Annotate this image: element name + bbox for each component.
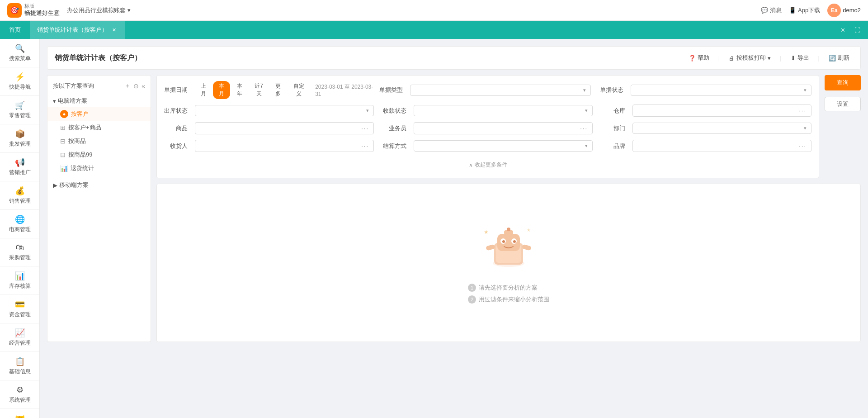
scheme-settings-button[interactable]: ⊙ [133, 82, 139, 90]
date-tab-last-7[interactable]: 近7天 [249, 81, 269, 99]
scheme-collapse-button[interactable]: « [142, 82, 145, 90]
main-layout: 🔍 搜索菜单 ⚡ 快捷导航 🛒 零售管理 📦 批发管理 📢 营销推广 💰 销售管… [0, 39, 868, 418]
brand-select[interactable]: ··· [632, 140, 811, 152]
sidebar-item-sales[interactable]: 💰 销售管理 [0, 181, 39, 210]
sidebar-item-inventory[interactable]: 📊 库存核算 [0, 266, 39, 295]
sidebar-item-operations[interactable]: 📈 经营管理 [0, 323, 39, 352]
sidebar-item-finance[interactable]: 💳 资金管理 [0, 295, 39, 323]
product-control: ··· [195, 122, 374, 134]
receiver-dots: ··· [361, 142, 369, 149]
payment-method-select[interactable]: ▾ [414, 140, 593, 152]
refresh-button[interactable]: 🔄 刷新 [825, 52, 853, 64]
scheme-group-mobile-title[interactable]: ▶ 移动端方案 [47, 179, 151, 191]
sidebar-item-search[interactable]: 🔍 搜索菜单 [0, 39, 39, 67]
scheme-add-button[interactable]: ＋ [124, 82, 131, 90]
date-tab-custom[interactable]: 自定义 [288, 81, 310, 99]
sidebar-item-system[interactable]: ⚙ 系统管理 [0, 380, 39, 409]
export-label: 导出 [797, 54, 809, 62]
by-customer-label: 按客户 [71, 110, 89, 118]
scheme-group-desktop-title[interactable]: ▾ 电脑端方案 [47, 95, 151, 107]
department-select[interactable]: ▾ [632, 123, 811, 134]
template-print-button[interactable]: 🖨 按模板打印 ▾ [725, 52, 774, 64]
export-button[interactable]: ⬇ 导出 [787, 52, 813, 64]
warehouse-label: 仓库 [602, 107, 629, 115]
date-tab-this-year[interactable]: 本年 [231, 81, 248, 99]
order-type-select[interactable]: ▾ [410, 85, 591, 96]
by-product-label: 按商品 [68, 137, 86, 145]
sidebar-ecommerce-label: 电商管理 [9, 226, 31, 233]
sidebar-item-wholesale[interactable]: 📦 批发管理 [0, 124, 39, 153]
sidebar-marketing-label: 营销推广 [9, 169, 31, 176]
sidebar-quick-nav-label: 快捷导航 [9, 83, 31, 91]
sidebar-item-cooperation[interactable]: 🤝 企业协同 [0, 409, 39, 418]
sidebar-item-basics[interactable]: 📋 基础信息 [0, 352, 39, 380]
operations-icon: 📈 [15, 328, 25, 338]
warehouse-select[interactable]: ··· [632, 104, 811, 117]
app-subtitle: 标版 [24, 3, 60, 9]
sidebar-item-marketing[interactable]: 📢 营销推广 [0, 153, 39, 181]
scheme-item-by-product-99[interactable]: ⊟ 按商品99 [47, 148, 151, 162]
ecommerce-icon: 🌐 [15, 214, 25, 224]
out-status-arrow: ▾ [366, 108, 369, 114]
out-status-select[interactable]: ▾ [195, 105, 374, 116]
sidebar-basics-label: 基础信息 [9, 368, 31, 375]
logo-area: 🎯 标版 畅捷通好生意 [7, 3, 60, 18]
query-button[interactable]: 查询 [825, 75, 861, 90]
sidebar-item-quick-nav[interactable]: ⚡ 快捷导航 [0, 67, 39, 96]
sidebar-item-purchase[interactable]: 🛍 采购管理 [0, 238, 39, 266]
scheme-item-by-customer-product[interactable]: ⊞ 按客户+商品 [47, 121, 151, 134]
payment-status-select[interactable]: ▾ [414, 105, 593, 116]
tab-home[interactable]: 首页 [0, 21, 30, 39]
tab-close-all-button[interactable]: ✕ [837, 24, 848, 35]
receiver-select[interactable]: ··· [195, 140, 374, 152]
message-button[interactable]: 💬 消息 [761, 6, 782, 14]
empty-state: ★ ★ 1 请先选择要分析的方案 2 用过滤条件来缩小分析范围 [156, 184, 861, 342]
order-status-control: ▾ [631, 85, 811, 96]
sidebar-system-label: 系统管理 [9, 396, 31, 404]
group-mobile-label: 移动端方案 [59, 181, 89, 189]
refresh-label: 刷新 [838, 54, 849, 62]
scheme-item-return-stats[interactable]: 📊 退货统计 [47, 162, 151, 175]
svg-point-7 [513, 240, 516, 243]
filter-panel: 单据日期 上月 本月 本年 近7天 更多 自定义 [156, 75, 819, 178]
group-expand-icon: ▾ [53, 98, 56, 104]
sidebar-item-retail[interactable]: 🛒 零售管理 [0, 96, 39, 124]
tab-close-icon[interactable]: ✕ [110, 26, 118, 33]
svg-text:★: ★ [527, 228, 531, 233]
payment-status-label: 收款状态 [383, 107, 410, 115]
header-left: 🎯 标版 畅捷通好生意 办公用品行业模拟账套 ▾ [7, 3, 134, 18]
scheme-group-mobile: ▶ 移动端方案 [47, 177, 151, 193]
date-tab-last-month[interactable]: 上月 [195, 81, 212, 99]
user-avatar: Ea [827, 4, 841, 17]
by-product-99-icon: ⊟ [60, 151, 66, 158]
scheme-item-by-customer[interactable]: ● 按客户 [47, 107, 151, 121]
warehouse-control: ··· [632, 104, 811, 117]
tab-sales-report[interactable]: 销货单统计计表（按客户） ✕ [30, 21, 125, 39]
help-button[interactable]: ❓ 帮助 [685, 52, 713, 64]
step-2: 2 用过滤条件来缩小分析范围 [468, 294, 549, 305]
user-area[interactable]: Ea demo2 [827, 4, 861, 17]
workspace-selector[interactable]: 办公用品行业模拟账套 ▾ [63, 5, 134, 16]
order-status-select[interactable]: ▾ [631, 85, 811, 96]
workspace-dropdown-icon: ▾ [127, 7, 131, 14]
product-select[interactable]: ··· [195, 122, 374, 134]
page-title: 销货单统计计表（按客户） [55, 53, 142, 63]
date-tab-this-month[interactable]: 本月 [213, 81, 230, 99]
filter-and-buttons: 单据日期 上月 本月 本年 近7天 更多 自定义 [156, 75, 861, 178]
app-download-button[interactable]: 📱 App下载 [789, 6, 820, 14]
order-type-arrow: ▾ [583, 87, 586, 93]
settings-button[interactable]: 设置 [825, 97, 861, 111]
tab-expand-button[interactable]: ⛶ [852, 24, 863, 35]
svg-rect-11 [522, 244, 532, 251]
print-dropdown-icon: ▾ [768, 55, 771, 62]
purchase-icon: 🛍 [16, 243, 24, 252]
salesperson-select[interactable]: ··· [414, 122, 593, 134]
date-tab-more[interactable]: 更多 [270, 81, 287, 99]
payment-method-control: ▾ [414, 140, 593, 152]
sidebar-item-ecommerce[interactable]: 🌐 电商管理 [0, 210, 39, 238]
scheme-item-by-product[interactable]: ⊟ 按商品 [47, 134, 151, 148]
logo-icon: 🎯 [7, 3, 22, 18]
export-icon: ⬇ [791, 55, 796, 62]
collapse-bar[interactable]: ∧ 收起更多条件 [164, 157, 811, 172]
scheme-group-desktop: ▾ 电脑端方案 ● 按客户 ⊞ 按客户+商品 ⊟ [47, 93, 151, 177]
